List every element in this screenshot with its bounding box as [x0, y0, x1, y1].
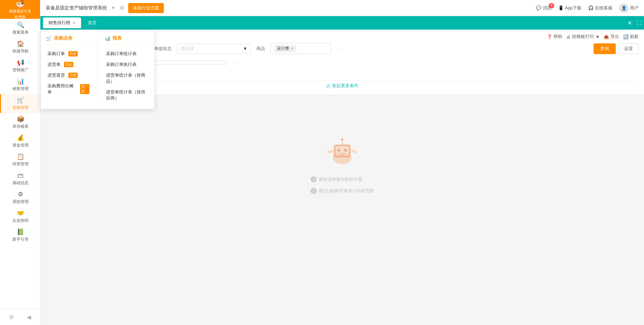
sales-icon: 📊: [17, 78, 24, 85]
purchase-icon: 🛒: [17, 96, 24, 104]
sidebar-item-system[interactable]: ⚙ 系统管理: [0, 188, 40, 207]
report-section-label: 报表: [112, 35, 122, 41]
sidebar-item-operations[interactable]: 📋 经营管理: [0, 151, 40, 169]
basic-label: 基础信息: [12, 180, 29, 186]
operations-label: 经营管理: [12, 161, 29, 167]
industry-btn[interactable]: 体验行业方案: [128, 3, 164, 13]
report-section-icon: 📊: [105, 36, 110, 41]
report-menu-items: 采购订单统计表采购订单执行表进货单统计表（按商品）进货单统计表（按供应商）: [105, 48, 149, 104]
purchase-item-badge-3: 历史: [80, 84, 89, 94]
setting-btn[interactable]: 设置: [618, 43, 639, 54]
export-btn[interactable]: 📤 导出: [604, 34, 619, 40]
purchase-menu-item-2[interactable]: 进货退货历史: [46, 70, 91, 81]
status-filter-label: 单据状态: [154, 46, 172, 52]
sidebar-item-search[interactable]: 🔍 搜索菜单: [0, 19, 40, 38]
purchase-section-title: 🛒 采购业务: [46, 35, 91, 44]
report-menu-item-0[interactable]: 采购订单统计表: [105, 48, 149, 59]
user-btn[interactable]: 👤 用户: [619, 3, 639, 13]
app-download-label: App下载: [565, 5, 581, 11]
goods-filter-select[interactable]: 设计费 ✕: [271, 43, 331, 54]
purchase-label: 采购管理: [12, 105, 29, 111]
app-download-btn[interactable]: 📱 App下载: [558, 5, 581, 11]
report-menu-item-1[interactable]: 采购订单执行表: [105, 59, 149, 70]
sidebar-item-quick[interactable]: 🏠 快捷导航: [0, 38, 40, 56]
message-btn[interactable]: 💬 消息 9: [536, 5, 551, 11]
empty-text: 1 请先选择要分析的方案 2 用[过滤]条件来缩小分析范围: [311, 175, 373, 195]
salesman-filter-select[interactable]: [153, 60, 227, 65]
sidebar-item-inventory[interactable]: 📦 库存核算: [0, 113, 40, 132]
status-filter-select[interactable]: 请选择 ▼: [177, 44, 251, 54]
collapse-sidebar-icon[interactable]: ◀: [27, 314, 31, 320]
step1-num: 1: [311, 176, 317, 182]
goods-tag-label: 设计费: [277, 46, 289, 51]
empty-illustration: [322, 129, 362, 170]
purchase-dropdown-menu: 🛒 采购业务 采购订单历史进货单历史进货退货历史采购费用分摊单历史 📊 报表 采…: [40, 30, 155, 109]
tab-close-sales-rank[interactable]: ✕: [72, 21, 76, 25]
report-item-label-3: 进货单统计表（按供应商）: [106, 89, 148, 101]
purchase-menu-item-3[interactable]: 采购费用分摊单历史: [46, 81, 91, 97]
svg-rect-8: [351, 150, 357, 154]
marketing-label: 营销推广: [12, 67, 29, 73]
help-btn[interactable]: ❓ 帮助: [547, 34, 562, 40]
goods-tag: 设计费 ✕: [274, 45, 296, 52]
purchase-menu-item-1[interactable]: 进货单历史: [46, 59, 91, 70]
sidebar-item-purchase[interactable]: 🛒 采购管理: [0, 94, 40, 113]
sidebar-item-enterprise[interactable]: 🤝 企业协同: [0, 207, 40, 226]
tabbar-expand-btn[interactable]: ⛶: [637, 20, 641, 26]
topbar-left: 装备及固定资产辅助管理系统 ▼ ⚙ 体验行业方案: [46, 3, 164, 13]
svg-point-4: [344, 149, 347, 152]
inventory-label: 库存核算: [12, 124, 29, 129]
salesman-filter-more-dots[interactable]: ···: [232, 60, 236, 65]
guide-icon: 📗: [17, 228, 24, 236]
tab-sales-rank[interactable]: 销售排行榜✕: [43, 17, 81, 28]
app-logo: 🍜 畅捷通好生意 标准版: [0, 0, 40, 19]
user-label: 用户: [630, 5, 639, 11]
goods-filter-more-dots[interactable]: ···: [336, 46, 340, 51]
report-item-label-2: 进货单统计表（按商品）: [106, 72, 148, 84]
system-title: 装备及固定资产辅助管理系统: [46, 5, 107, 11]
tab-home[interactable]: 首页: [82, 17, 102, 28]
topbar: 装备及固定资产辅助管理系统 ▼ ⚙ 体验行业方案 💬 消息 9 📱 App下载 …: [40, 0, 644, 16]
refresh-label: 刷新: [630, 34, 639, 40]
sales-label: 销售管理: [12, 86, 29, 92]
tabbar-close-btn[interactable]: ✕: [628, 20, 632, 26]
logo-text: 畅捷通好生意: [9, 9, 31, 14]
empty-svg: [322, 129, 362, 170]
goods-tag-close-icon[interactable]: ✕: [290, 46, 294, 51]
topbar-right: 💬 消息 9 📱 App下载 🎧 在线客服 👤 用户: [536, 3, 639, 13]
step1-text: 请先选择要分析的方案: [319, 175, 362, 184]
report-menu-item-3[interactable]: 进货单统计表（按供应商）: [105, 87, 149, 104]
sidebar-item-basic[interactable]: 🗃 基础信息: [0, 169, 40, 188]
settings-footer-icon[interactable]: ⚙: [9, 314, 14, 320]
sidebar-item-sales[interactable]: 📊 销售管理: [0, 75, 40, 94]
app-download-icon: 📱: [558, 5, 564, 10]
marketing-icon: 📢: [17, 59, 24, 66]
print-btn[interactable]: 🖨 按模板打印 ▼: [566, 34, 600, 40]
sidebar-menu: 🔍 搜索菜单 🏠 快捷导航 📢 营销推广 📊 销售管理 🛒 采购管理 📦 库存核…: [0, 19, 40, 309]
refresh-btn[interactable]: 🔄 刷新: [623, 34, 639, 40]
step2-num: 2: [311, 188, 317, 194]
enterprise-label: 企业协同: [12, 218, 29, 224]
tab-label-sales-rank: 销售排行榜: [48, 20, 70, 26]
purchase-menu-items: 采购订单历史进货单历史进货退货历史采购费用分摊单历史: [46, 48, 91, 97]
sidebar-item-finance[interactable]: 💰 资金管理: [0, 132, 40, 151]
user-avatar: 👤: [619, 3, 629, 13]
purchase-item-label-0: 采购订单: [47, 51, 65, 57]
sidebar-item-guide[interactable]: 📗 新手引导: [0, 226, 40, 245]
purchase-section-label: 采购业务: [54, 35, 73, 41]
purchase-item-label-2: 进货退货: [47, 72, 65, 78]
report-menu-item-2[interactable]: 进货单统计表（按商品）: [105, 70, 149, 87]
print-dropdown-icon[interactable]: ▼: [595, 34, 600, 39]
sidebar-item-marketing[interactable]: 📢 营销推广: [0, 56, 40, 75]
purchase-item-label-3: 采购费用分摊单: [47, 83, 77, 95]
collapse-label: 收起更多条件: [332, 83, 358, 89]
purchase-menu-item-0[interactable]: 采购订单历史: [46, 48, 91, 59]
query-btn[interactable]: 查询: [594, 43, 616, 54]
purchase-item-badge-2: 历史: [68, 73, 78, 78]
system-setting-icon[interactable]: ⚙: [119, 5, 124, 11]
online-service-icon: 🎧: [588, 5, 594, 10]
report-item-label-0: 采购订单统计表: [106, 51, 137, 57]
online-service-label: 在线客服: [595, 5, 612, 11]
online-service-btn[interactable]: 🎧 在线客服: [588, 5, 612, 11]
system-dropdown-icon[interactable]: ▼: [111, 5, 115, 10]
